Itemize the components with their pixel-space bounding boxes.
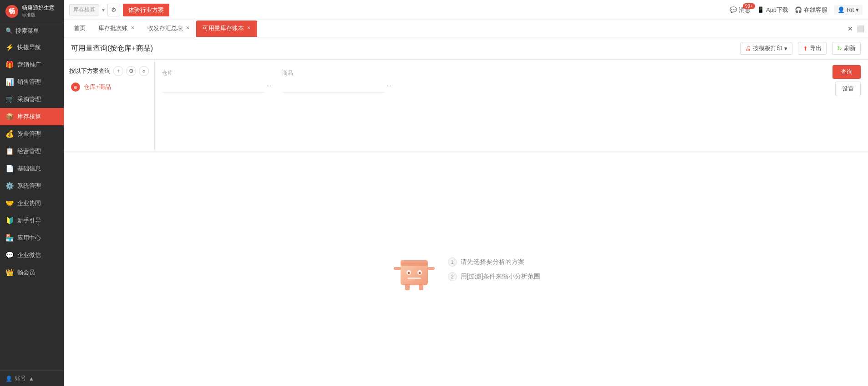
sidebar-item-app-center[interactable]: 🏪 应用中心 — [0, 229, 64, 247]
tab-inventory-batch[interactable]: 库存批次账 ✕ — [92, 21, 141, 37]
tab-close-available-ledger[interactable]: ✕ — [247, 25, 251, 31]
warehouse-input-wrap: ··· — [162, 79, 271, 93]
search-icon: 🔍 — [5, 27, 13, 34]
sidebar-item-sales[interactable]: 📊 销售管理 — [0, 73, 64, 91]
add-scheme-button[interactable]: + — [113, 66, 123, 76]
sidebar-search[interactable]: 🔍 搜索菜单 — [0, 23, 64, 39]
solution-button[interactable]: 体验行业方案 — [123, 4, 169, 16]
empty-state: 1 请先选择要分析的方案 2 用[过滤]条件来缩小分析范围 — [64, 153, 868, 386]
svg-rect-6 — [407, 278, 421, 279]
operations-icon: 📋 — [5, 147, 14, 155]
goods-input-wrap: ··· — [282, 79, 391, 93]
user-profile-button[interactable]: 👤 Rit ▾ — [834, 5, 863, 15]
sidebar-bottom[interactable]: 👤 账号 ▲ — [0, 371, 64, 386]
sidebar-item-enterprise-wechat[interactable]: 💬 企业微信 — [0, 247, 64, 264]
finance-icon: 💰 — [5, 130, 14, 138]
tab-stock-summary[interactable]: 收发存汇总表 ✕ — [141, 21, 196, 37]
online-service-button[interactable]: 🎧 在线客服 — [795, 6, 827, 14]
tab-close-stock-summary[interactable]: ✕ — [186, 25, 190, 31]
sidebar-item-operations[interactable]: 📋 经营管理 — [0, 143, 64, 160]
collapse-panel-button[interactable]: « — [139, 66, 149, 76]
enterprise-icon: 🤝 — [5, 199, 14, 207]
tip-num-1: 1 — [448, 257, 457, 267]
svg-rect-0 — [401, 262, 428, 285]
message-button[interactable]: 💬 消息 99+ — [730, 6, 751, 14]
filter-row: 仓库 ··· 商品 ··· 查询 — [162, 65, 861, 96]
svg-rect-9 — [405, 284, 410, 290]
sidebar-item-finance[interactable]: 💰 资金管理 — [0, 125, 64, 143]
window-close-button[interactable]: ✕ — [848, 25, 853, 32]
svg-point-4 — [407, 272, 410, 274]
logo-icon: 畅 — [5, 5, 18, 18]
page-title: 可用量查询(按仓库+商品) — [71, 44, 153, 53]
scheme-settings-button[interactable]: ⚙ — [126, 66, 136, 76]
member-icon: 👑 — [5, 268, 14, 277]
sidebar-item-quick-nav[interactable]: ⚡ 快捷导航 — [0, 39, 64, 56]
sidebar-item-purchase[interactable]: 🛒 采购管理 — [0, 91, 64, 108]
tab-available-ledger[interactable]: 可用量库存账本 ✕ — [196, 21, 257, 37]
enterprise-wechat-icon: 💬 — [5, 251, 14, 259]
scheme-item-warehouse-goods[interactable]: ⊕ 仓库+商品 — [64, 79, 154, 95]
goods-label: 商品 — [282, 69, 391, 77]
empty-tips: 1 请先选择要分析的方案 2 用[过滤]条件来缩小分析范围 — [448, 257, 541, 281]
window-maximize-button[interactable]: ⬜ — [857, 25, 864, 32]
main-area: 库存核算 ▾ ⚙ 体验行业方案 💬 消息 99+ 📱 App下载 🎧 在线客服 — [64, 0, 868, 386]
sidebar-item-system[interactable]: ⚙️ 系统管理 — [0, 177, 64, 195]
scheme-item-icon: ⊕ — [71, 82, 80, 92]
svg-rect-7 — [394, 267, 401, 270]
svg-rect-8 — [427, 267, 435, 270]
marketing-icon: 🎁 — [5, 61, 14, 69]
sales-icon: 📊 — [5, 78, 14, 86]
page-header: 可用量查询(按仓库+商品) 🖨 按模板打印 ▾ ⬆ 导出 ↻ 刷新 — [64, 37, 868, 60]
app-download-button[interactable]: 📱 App下载 — [757, 6, 788, 14]
warehouse-more-icon[interactable]: ··· — [266, 82, 271, 89]
quick-nav-icon: ⚡ — [5, 43, 14, 51]
purchase-icon: 🛒 — [5, 95, 14, 103]
sidebar-item-member[interactable]: 👑 畅会员 — [0, 264, 64, 281]
print-button[interactable]: 🖨 按模板打印 ▾ — [740, 42, 792, 55]
tab-close-inventory-batch[interactable]: ✕ — [131, 25, 135, 31]
setting-button[interactable]: 设置 — [835, 82, 861, 96]
sidebar-item-newbie[interactable]: 🔰 新手引导 — [0, 212, 64, 229]
headset-icon: 🎧 — [795, 6, 802, 13]
logo-name: 畅康通好生意 — [22, 5, 55, 12]
goods-input[interactable] — [282, 79, 385, 93]
refresh-icon: ↻ — [837, 45, 842, 52]
sidebar-item-marketing[interactable]: 🎁 营销推广 — [0, 56, 64, 73]
goods-more-icon[interactable]: ··· — [386, 82, 391, 89]
svg-rect-1 — [401, 260, 428, 266]
scheme-header: 按以下方案查询 + ⚙ « — [64, 63, 154, 79]
sidebar: 畅 畅康通好生意 标准版 🔍 搜索菜单 ⚡ 快捷导航 🎁 营销推广 📊 销售管理… — [0, 0, 64, 386]
warehouse-filter-field: 仓库 ··· — [162, 69, 271, 93]
refresh-button[interactable]: ↻ 刷新 — [832, 42, 861, 55]
empty-illustration — [391, 247, 437, 292]
logo-text-wrap: 畅康通好生意 标准版 — [22, 5, 55, 18]
sidebar-item-inventory[interactable]: 📦 库存核算 — [0, 108, 64, 125]
empty-tip-2: 2 用[过滤]条件来缩小分析范围 — [448, 272, 541, 281]
warehouse-input[interactable] — [162, 79, 264, 93]
tip-num-2: 2 — [448, 272, 457, 281]
export-button[interactable]: ⬆ 导出 — [798, 42, 827, 55]
page-actions: 🖨 按模板打印 ▾ ⬆ 导出 ↻ 刷新 — [740, 42, 861, 55]
topbar: 库存核算 ▾ ⚙ 体验行业方案 💬 消息 99+ 📱 App下载 🎧 在线客服 — [64, 0, 868, 20]
breadcrumb[interactable]: 库存核算 — [69, 4, 99, 15]
avatar: 👤 — [838, 6, 845, 13]
goods-filter-field: 商品 ··· — [282, 69, 391, 93]
scheme-panel: 按以下方案查询 + ⚙ « ⊕ 仓库+商品 — [64, 60, 155, 151]
sidebar-item-base-info[interactable]: 📄 基础信息 — [0, 160, 64, 177]
tab-home[interactable]: 首页 — [67, 21, 92, 37]
message-icon: 💬 — [730, 6, 737, 13]
query-button[interactable]: 查询 — [832, 65, 861, 79]
user-dropdown-icon: ▾ — [856, 6, 859, 13]
sidebar-logo: 畅 畅康通好生意 标准版 — [0, 0, 64, 23]
message-badge: 99+ — [743, 3, 755, 9]
gear-icon: ⚙ — [111, 6, 117, 13]
svg-point-5 — [418, 272, 421, 274]
topbar-right: 💬 消息 99+ 📱 App下载 🎧 在线客服 👤 Rit ▾ — [730, 5, 863, 15]
base-info-icon: 📄 — [5, 165, 14, 173]
query-section: 按以下方案查询 + ⚙ « ⊕ 仓库+商品 仓库 — [64, 60, 868, 151]
settings-button[interactable]: ⚙ — [107, 4, 120, 16]
print-dropdown-icon: ▾ — [784, 45, 787, 52]
empty-tip-1: 1 请先选择要分析的方案 — [448, 257, 541, 267]
sidebar-item-enterprise[interactable]: 🤝 企业协同 — [0, 195, 64, 212]
